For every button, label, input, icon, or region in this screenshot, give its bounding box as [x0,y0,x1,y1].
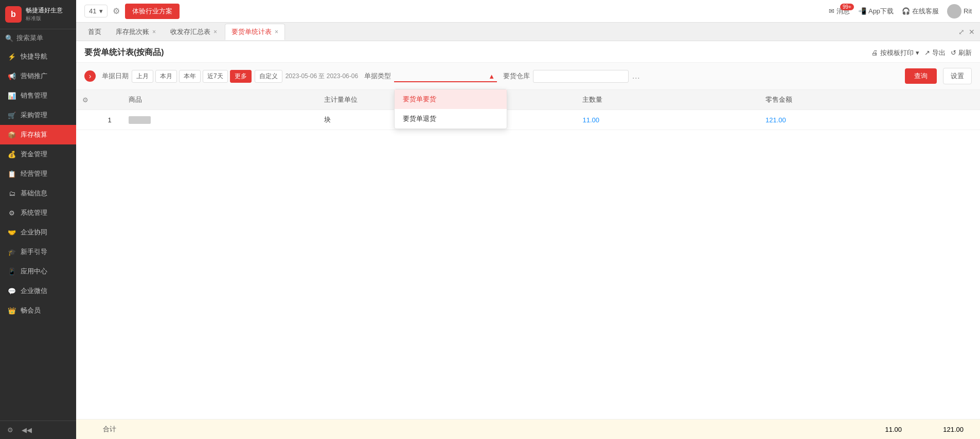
tab-collect-close[interactable]: × [213,28,217,35]
sidebar-item-label: 资金管理 [21,150,47,159]
app-download-btn[interactable]: 📲 App下载 [858,7,894,16]
tab-expand-icon[interactable]: ⤢ [958,28,965,36]
export-icon: ↗ [924,49,930,57]
system-icon: ⚙ [7,209,16,217]
sidebar-nav: ⚡ 快捷导航 📢 营销推广 📊 销售管理 🛒 采购管理 📦 库存核算 💰 资金管… [0,47,76,420]
settings-btn[interactable]: 设置 [943,68,972,84]
quick-nav-icon: ⚡ [7,53,16,61]
col-settings: ⚙ [76,90,97,110]
footer-total-label: 合计 [82,425,185,434]
sales-icon: 📊 [7,92,16,100]
page-header: 要货单统计表(按商品) 🖨 按模板打印 ▾ ↗ 导出 ↺ 刷新 [76,41,980,63]
warehouse-input[interactable] [533,70,629,83]
collapse-icon[interactable]: ◀◀ [22,426,32,434]
sidebar-item-system[interactable]: ⚙ 系统管理 [0,203,76,223]
header-settings-icon[interactable]: ⚙ [113,6,120,16]
type-option-order-goods[interactable]: 要货单要货 [395,89,507,109]
app-download-label: App下载 [868,7,894,16]
avatar [947,4,961,19]
column-settings-icon[interactable]: ⚙ [82,96,88,104]
type-select[interactable]: ▲ 要货单要货 要货单退货 [394,70,497,82]
filter-more-icon[interactable]: … [632,71,640,81]
tab-close-all-icon[interactable]: ✕ [969,28,975,36]
wechat-icon: 💬 [7,287,16,295]
sidebar-item-guide[interactable]: 🎓 新手引导 [0,242,76,262]
tab-order-close[interactable]: × [275,28,278,35]
company-selector[interactable]: 41 ▾ [84,5,108,17]
sidebar-item-marketing[interactable]: 📢 营销推广 [0,66,76,86]
date-range-display: 2023-05-06 至 2023-06-06 [286,72,358,81]
row-seq: 1 [97,110,122,130]
sidebar-item-label: 营销推广 [21,71,47,81]
filter-area: › 单据日期 上月 本月 本年 近7天 更多 自定义 2023-05-06 至 … [76,63,980,90]
type-filter-label: 单据类型 [364,71,391,81]
sidebar-item-vip[interactable]: 👑 畅会员 [0,301,76,320]
refresh-btn[interactable]: ↺ 刷新 [951,48,972,58]
export-btn[interactable]: ↗ 导出 [924,48,946,58]
date-custom-btn[interactable]: 自定义 [255,70,282,83]
search-icon: 🔍 [5,34,13,42]
settings-footer-icon[interactable]: ⚙ [7,426,13,434]
sidebar-item-label: 快捷导航 [21,52,47,61]
trial-btn[interactable]: 体验行业方案 [125,4,180,19]
print-btn[interactable]: 🖨 按模板打印 ▾ [871,48,919,58]
tab-collect-summary[interactable]: 收发存汇总表 × [164,24,224,40]
sidebar-search[interactable]: 🔍 搜索菜单 [0,29,76,47]
type-select-arrow[interactable]: ▲ [488,72,495,80]
sidebar-item-inventory[interactable]: 📦 库存核算 [0,125,76,144]
tab-home-label: 首页 [88,27,101,36]
user-menu[interactable]: Rit [947,4,972,19]
messages-badge: 99+ [840,4,854,10]
sidebar-item-wechat[interactable]: 💬 企业微信 [0,281,76,301]
print-chevron: ▾ [916,49,919,57]
row-quantity[interactable]: 11.00 [576,110,759,130]
sidebar-item-sales[interactable]: 📊 销售管理 [0,86,76,105]
tab-order-label: 要货单统计表 [231,27,272,36]
sidebar-item-label: 企业微信 [21,286,47,296]
warehouse-filter-label: 要货仓库 [503,71,530,81]
sidebar-item-apps[interactable]: 📱 应用中心 [0,262,76,281]
marketing-icon: 📢 [7,72,16,80]
sidebar-item-basic[interactable]: 🗂 基础信息 [0,184,76,203]
service-label: 在线客服 [912,7,939,16]
footer-quantity: 11.00 [850,426,912,433]
app-logo-icon: b [5,6,22,23]
sidebar-item-purchase[interactable]: 🛒 采购管理 [0,105,76,125]
collab-icon: 🤝 [7,229,16,236]
search-btn[interactable]: 查询 [905,68,937,84]
date-btn-more[interactable]: 更多 [230,70,252,83]
date-btn-this-year[interactable]: 本年 [179,70,201,83]
sidebar: b 畅捷通好生意 标准版 🔍 搜索菜单 ⚡ 快捷导航 📢 营销推广 📊 销售管理… [0,0,76,439]
date-btn-this-month[interactable]: 本月 [155,70,177,83]
type-option-order-return[interactable]: 要货单退货 [395,109,507,129]
tab-batch-label: 库存批次账 [116,27,149,36]
online-service-btn[interactable]: 🎧 在线客服 [902,7,939,16]
date-btn-last-7-days[interactable]: 近7天 [203,70,228,83]
tab-home[interactable]: 首页 [81,24,108,40]
sidebar-item-quick-nav[interactable]: ⚡ 快捷导航 [0,47,76,66]
app-sub: 标准版 [26,15,63,22]
vip-icon: 👑 [7,307,16,315]
apps-icon: 📱 [7,268,16,276]
col-seq [97,90,122,110]
sidebar-item-label: 新手引导 [21,247,47,257]
sidebar-item-finance[interactable]: 💰 资金管理 [0,144,76,164]
type-input[interactable] [394,70,497,82]
sidebar-item-collab[interactable]: 🤝 企业协同 [0,223,76,242]
operation-icon: 📋 [7,170,16,178]
guide-icon: 🎓 [7,248,16,256]
table-footer: 合计 11.00 121.00 [76,419,980,439]
main-area: 41 ▾ ⚙ 体验行业方案 ✉ 消息 99+ 📲 App下载 🎧 在线客服 R [76,0,980,439]
messages-btn[interactable]: ✉ 消息 99+ [829,7,850,16]
sidebar-item-label: 销售管理 [21,91,47,100]
date-btn-prev-month[interactable]: 上月 [132,70,153,83]
product-name-blurred [129,116,151,124]
sidebar-item-operation[interactable]: 📋 经营管理 [0,164,76,184]
row-amount[interactable]: 121.00 [759,110,980,130]
filter-toggle-btn[interactable]: › [84,70,96,82]
tab-order-stats[interactable]: 要货单统计表 × [225,24,285,40]
tab-batch-account[interactable]: 库存批次账 × [109,24,163,40]
tab-bar: 首页 库存批次账 × 收发存汇总表 × 要货单统计表 × ⤢ ✕ [76,23,980,41]
tab-batch-close[interactable]: × [152,28,156,35]
row-settings-cell [76,110,97,130]
